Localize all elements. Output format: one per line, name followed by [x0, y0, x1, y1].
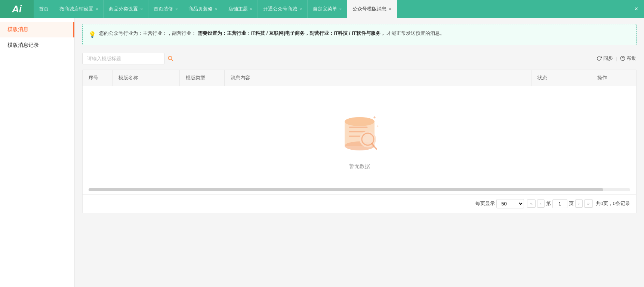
- app-logo: Ai: [0, 0, 34, 18]
- tab-label-template-msg: 公众号模版消息: [352, 6, 386, 12]
- tab-home-decor[interactable]: 首页装修×: [148, 0, 183, 18]
- sync-icon: [597, 56, 602, 61]
- per-page-label: 每页显示: [475, 200, 495, 207]
- tab-shop-theme[interactable]: 店铺主题×: [223, 0, 258, 18]
- svg-line-1: [172, 59, 173, 61]
- notice-box: 💡 您的公众号行业为：主营行业：，副营行业： 需要设置为：主营行业：IT科技 /…: [82, 24, 637, 45]
- page-navigation: « ‹ 第 页 › »: [527, 199, 592, 208]
- content-area: 💡 您的公众号行业为：主营行业：，副营行业： 需要设置为：主营行业：IT科技 /…: [75, 18, 644, 287]
- next-page-button[interactable]: ›: [575, 199, 583, 208]
- data-table: 序号模版名称模版类型消息内容状态操作: [82, 70, 637, 213]
- tab-product-decor[interactable]: 商品页装修×: [183, 0, 223, 18]
- search-right: 同步 | 帮助: [597, 55, 637, 62]
- search-bar: 同步 | 帮助: [82, 53, 637, 64]
- prev-page-button[interactable]: ‹: [537, 199, 545, 208]
- scroll-bar-area: [83, 185, 636, 194]
- search-button[interactable]: [167, 55, 173, 61]
- empty-text: 暂无数据: [349, 163, 370, 170]
- tab-open-mall[interactable]: 开通公众号商城×: [258, 0, 307, 18]
- sync-button[interactable]: 同步: [597, 55, 613, 62]
- tab-close-wechat-shop[interactable]: ×: [96, 7, 98, 11]
- main-layout: 模版消息模版消息记录 💡 您的公众号行业为：主营行业：，副营行业： 需要设置为：…: [0, 18, 644, 287]
- th-name: 模版名称: [113, 70, 180, 86]
- search-icon: [167, 55, 173, 61]
- first-page-button[interactable]: «: [527, 199, 536, 208]
- empty-illustration: ✦ ✦: [335, 109, 384, 157]
- table-header: 序号模版名称模版类型消息内容状态操作: [83, 70, 636, 86]
- svg-text:✦: ✦: [373, 115, 376, 120]
- tab-product-category[interactable]: 商品分类设置×: [104, 0, 148, 18]
- logo-text: Ai: [12, 3, 22, 15]
- sidebar-item-template-message-log[interactable]: 模版消息记录: [0, 37, 74, 53]
- close-all-button[interactable]: ×: [629, 0, 644, 18]
- tab-close-open-mall[interactable]: ×: [299, 7, 302, 11]
- search-left: [82, 53, 173, 64]
- tab-close-product-decor[interactable]: ×: [215, 7, 217, 11]
- tab-label-open-mall: 开通公众号商城: [263, 6, 297, 12]
- notice-text: 您的公众号行业为：主营行业：，副营行业： 需要设置为：主营行业：IT科技 / 互…: [99, 30, 445, 37]
- tab-close-template-msg[interactable]: ×: [389, 7, 391, 11]
- bulb-icon: 💡: [89, 30, 96, 40]
- per-page-select[interactable]: 102050100: [496, 199, 524, 208]
- tab-close-home-decor[interactable]: ×: [175, 7, 178, 11]
- svg-point-7: [345, 117, 375, 126]
- tab-close-custom-menu[interactable]: ×: [339, 7, 342, 11]
- sidebar-item-template-message[interactable]: 模版消息: [0, 22, 74, 37]
- sidebar: 模版消息模版消息记录: [0, 18, 75, 287]
- th-content: 消息内容: [225, 70, 531, 86]
- tab-custom-menu[interactable]: 自定义菜单×: [308, 0, 347, 18]
- tab-template-msg[interactable]: 公众号模版消息×: [347, 0, 397, 18]
- scrollbar-thumb: [89, 188, 603, 191]
- tab-label-shop-theme: 店铺主题: [228, 6, 248, 12]
- th-type: 模版类型: [180, 70, 225, 86]
- tab-bar: 首页微商城店铺设置×商品分类设置×首页装修×商品页装修×店铺主题×开通公众号商城…: [34, 0, 629, 18]
- th-status: 状态: [531, 70, 591, 86]
- tab-label-custom-menu: 自定义菜单: [313, 6, 337, 12]
- page-label: 第: [546, 200, 551, 207]
- tab-close-shop-theme[interactable]: ×: [250, 7, 252, 11]
- search-input[interactable]: [82, 53, 164, 64]
- total-info: 共0页，0条记录: [596, 200, 630, 207]
- tab-home[interactable]: 首页: [34, 0, 54, 18]
- help-icon: [620, 56, 625, 61]
- tab-label-home: 首页: [39, 6, 49, 12]
- tab-close-product-category[interactable]: ×: [140, 7, 142, 11]
- page-suffix: 页: [569, 200, 574, 207]
- top-nav: Ai 首页微商城店铺设置×商品分类设置×首页装修×商品页装修×店铺主题×开通公众…: [0, 0, 644, 18]
- tab-label-wechat-shop: 微商城店铺设置: [59, 6, 93, 12]
- tab-label-product-decor: 商品页装修: [188, 6, 213, 12]
- divider: |: [616, 56, 617, 61]
- tab-label-home-decor: 首页装修: [154, 6, 173, 12]
- page-input[interactable]: [552, 199, 567, 208]
- svg-text:✦: ✦: [376, 125, 379, 128]
- th-action: 操作: [591, 70, 636, 86]
- per-page-selector: 每页显示 102050100: [475, 199, 524, 208]
- help-button[interactable]: 帮助: [620, 55, 637, 62]
- tab-wechat-shop[interactable]: 微商城店铺设置×: [54, 0, 104, 18]
- pagination: 每页显示 102050100 « ‹ 第 页 › » 共0页，0条记录: [83, 194, 636, 213]
- last-page-button[interactable]: »: [584, 199, 593, 208]
- horizontal-scrollbar[interactable]: [89, 188, 630, 191]
- tab-label-product-category: 商品分类设置: [109, 6, 138, 12]
- th-index: 序号: [83, 70, 113, 86]
- empty-state: ✦ ✦ 暂无数据: [83, 86, 636, 185]
